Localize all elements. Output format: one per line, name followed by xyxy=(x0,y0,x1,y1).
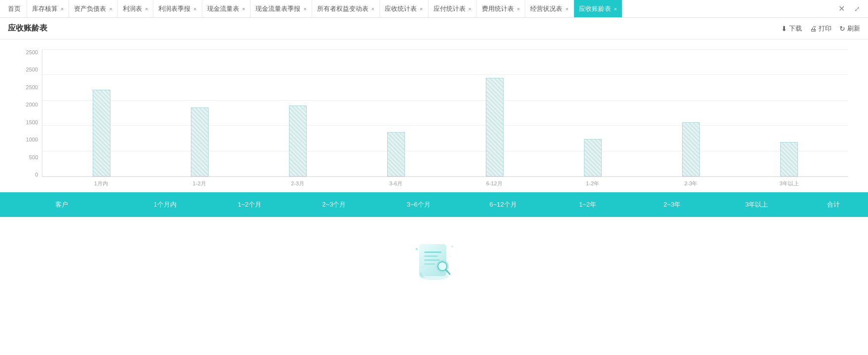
tab-inventory-close[interactable]: × xyxy=(61,6,64,12)
y-label-1500: 1500 xyxy=(20,119,38,125)
maximize-button[interactable]: ⤢ xyxy=(850,2,864,16)
tab-profit-quarterly-label: 利润表季报 xyxy=(158,4,190,13)
tab-ar-aging[interactable]: 应收账龄表 × xyxy=(574,0,622,18)
tab-ap-stats-label: 应付统计表 xyxy=(434,4,466,13)
table-col-5: 6~12个月 xyxy=(461,200,545,209)
x-label-2: 2-3月 xyxy=(249,180,347,187)
empty-icon xyxy=(404,237,464,286)
y-label-1000: 1000 xyxy=(20,137,38,142)
y-label-2000: 2000 xyxy=(20,102,38,107)
tab-balance-sheet-close[interactable]: × xyxy=(109,6,112,12)
print-icon: 🖨 xyxy=(810,25,817,33)
y-label-500: 500 xyxy=(20,154,38,160)
page-header: 应收账龄表 ⬇ 下载 🖨 打印 ↻ 刷新 xyxy=(0,18,868,39)
bar-4 xyxy=(486,78,504,177)
tab-ar-aging-label: 应收账龄表 xyxy=(579,4,611,13)
empty-document-icon xyxy=(407,239,461,284)
tab-balance-sheet[interactable]: 资产负债表 × xyxy=(69,0,117,18)
tab-ap-stats-close[interactable]: × xyxy=(469,6,471,12)
tab-cash-flow-quarterly[interactable]: 现金流量表季报 × xyxy=(251,0,312,18)
tab-profit-quarterly-close[interactable]: × xyxy=(193,6,196,12)
bar-group-4 xyxy=(486,78,504,177)
tab-profit-quarterly[interactable]: 利润表季报 × xyxy=(153,0,202,18)
download-button[interactable]: ⬇ 下载 xyxy=(781,24,802,33)
tab-inventory[interactable]: 库存核算 × xyxy=(27,0,69,18)
bar-group-2 xyxy=(289,106,307,177)
tab-cash-flow[interactable]: 现金流量表 × xyxy=(202,0,251,18)
bar-group-7 xyxy=(780,142,798,177)
main-content: 0 500 1000 1500 2000 2500 2500 2500 xyxy=(0,39,868,355)
tab-ap-stats[interactable]: 应付统计表 × xyxy=(429,0,477,18)
tab-home[interactable]: 首页 xyxy=(2,0,27,18)
tab-ar-aging-close[interactable]: × xyxy=(614,6,617,12)
header-actions: ⬇ 下载 🖨 打印 ↻ 刷新 xyxy=(781,24,860,33)
print-button[interactable]: 🖨 打印 xyxy=(810,24,832,33)
minimize-button[interactable]: ✕ xyxy=(834,2,848,16)
svg-point-13 xyxy=(450,256,451,257)
x-label-4: 6-12月 xyxy=(445,180,543,187)
tab-expense-stats-close[interactable]: × xyxy=(517,6,520,12)
tab-cash-flow-close[interactable]: × xyxy=(242,6,245,12)
svg-rect-5 xyxy=(424,259,440,261)
refresh-icon: ↻ xyxy=(839,25,845,33)
tab-profit-loss[interactable]: 利润表 × xyxy=(118,0,153,18)
tab-cash-flow-quarterly-label: 现金流量表季报 xyxy=(255,4,300,13)
bar-group-0 xyxy=(93,90,110,177)
bar-1 xyxy=(191,107,209,177)
tab-balance-sheet-label: 资产负债表 xyxy=(74,4,106,13)
table-col-4: 3~6个月 xyxy=(376,200,461,209)
tab-equity-changes[interactable]: 所有者权益变动表 × xyxy=(312,0,380,18)
page-title: 应收账龄表 xyxy=(8,23,47,34)
svg-point-12 xyxy=(452,246,453,248)
chart-x-axis: 1月内1-2月2-3月3-6月6-12月1-2年2-3年3年以上 xyxy=(42,177,848,187)
tab-inventory-label: 库存核算 xyxy=(32,4,58,13)
chart-y-axis: 0 500 1000 1500 2000 2500 2500 2500 xyxy=(20,49,42,187)
x-label-0: 1月内 xyxy=(52,180,150,187)
table-col-9: 合计 xyxy=(799,200,868,209)
y-label-0: 0 xyxy=(20,172,38,178)
empty-area xyxy=(0,217,868,296)
refresh-label: 刷新 xyxy=(847,24,860,33)
table-col-7: 2~3年 xyxy=(630,200,714,209)
x-label-1: 1-2月 xyxy=(150,180,248,187)
bar-2 xyxy=(289,106,307,177)
bar-group-5 xyxy=(584,139,602,177)
tab-expense-stats[interactable]: 费用统计表 × xyxy=(477,0,525,18)
tab-operations[interactable]: 经营状况表 × xyxy=(525,0,574,18)
svg-point-11 xyxy=(416,248,418,250)
table-col-0: 客户 xyxy=(0,200,123,209)
tab-ar-stats-label: 应收统计表 xyxy=(385,4,417,13)
svg-line-10 xyxy=(446,270,450,274)
bar-group-1 xyxy=(191,107,209,177)
refresh-button[interactable]: ↻ 刷新 xyxy=(839,24,860,33)
x-label-5: 1-2年 xyxy=(543,180,642,187)
tab-operations-close[interactable]: × xyxy=(565,6,568,12)
x-label-3: 3-6月 xyxy=(347,180,445,187)
y-label-2500c: 2500 xyxy=(20,49,38,55)
tab-equity-changes-close[interactable]: × xyxy=(371,6,374,12)
x-label-6: 2-3年 xyxy=(642,180,740,187)
tab-profit-loss-label: 利润表 xyxy=(123,4,142,13)
print-label: 打印 xyxy=(819,24,832,33)
svg-rect-3 xyxy=(424,251,441,253)
table-col-2: 1~2个月 xyxy=(207,200,291,209)
table-col-6: 1~2年 xyxy=(545,200,630,209)
tab-profit-loss-close[interactable]: × xyxy=(145,6,148,12)
tab-ar-stats-close[interactable]: × xyxy=(420,6,423,12)
bar-group-3 xyxy=(387,132,405,177)
tab-cash-flow-label: 现金流量表 xyxy=(207,4,239,13)
chart-container: 0 500 1000 1500 2000 2500 2500 2500 xyxy=(20,49,848,187)
table-header: 客户1个月内1~2个月2~3个月3~6个月6~12个月1~2年2~3年3年以上合… xyxy=(0,192,868,217)
download-label: 下载 xyxy=(789,24,802,33)
tab-ar-stats[interactable]: 应收统计表 × xyxy=(380,0,428,18)
table-col-3: 2~3个月 xyxy=(292,200,376,209)
bar-6 xyxy=(682,122,700,177)
tab-operations-label: 经营状况表 xyxy=(530,4,562,13)
svg-rect-4 xyxy=(424,255,438,257)
bars-row xyxy=(42,49,848,177)
bar-0 xyxy=(93,90,110,177)
y-label-2500b: 2500 xyxy=(20,67,38,72)
tab-cash-flow-quarterly-close[interactable]: × xyxy=(303,6,306,12)
table-col-1: 1个月内 xyxy=(123,200,207,209)
tab-expense-stats-label: 费用统计表 xyxy=(482,4,514,13)
